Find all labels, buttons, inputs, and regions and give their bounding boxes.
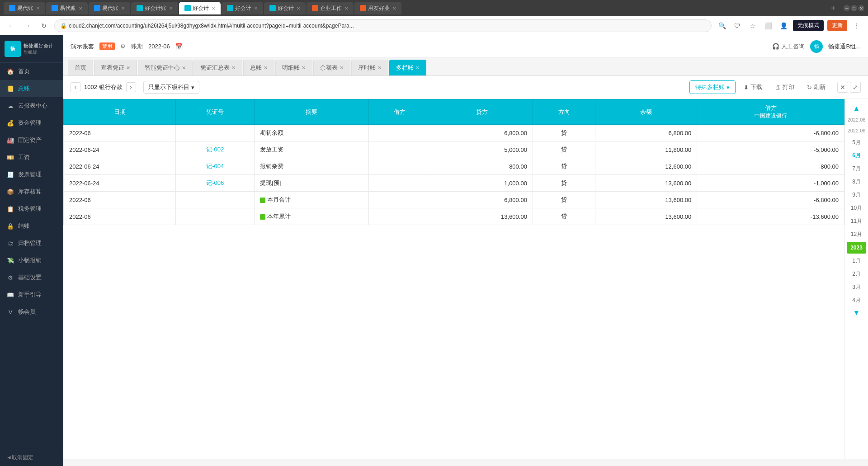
horizontal-scrollbar[interactable] xyxy=(63,459,868,466)
window-close-button[interactable]: ✕ xyxy=(858,5,864,11)
time-item-2022-06-2[interactable]: 2022.06 xyxy=(845,125,868,136)
expand-panel-button[interactable]: ⤢ xyxy=(850,82,861,93)
voucher-link-2[interactable]: 记-004 xyxy=(206,163,224,169)
stealth-mode-button[interactable]: 无痕模式 xyxy=(793,20,824,31)
filter-dropdown[interactable]: 只显示下级科目 ▾ xyxy=(143,81,199,94)
sidebar-item-invoice[interactable]: 🧾 发票管理 xyxy=(0,166,63,183)
settings-icon[interactable]: ⚙ xyxy=(120,43,126,50)
sidebar-item-member[interactable]: V 畅会员 xyxy=(0,303,63,320)
browser-tab-4[interactable]: 好会计账 ✕ xyxy=(131,2,178,14)
tab-close-7[interactable]: ✕ xyxy=(297,6,300,11)
multi-col-button[interactable]: 特殊多栏账 ▾ xyxy=(689,80,736,94)
page-tab-close-6[interactable]: ✕ xyxy=(340,65,344,71)
browser-tab-7[interactable]: 好会计 ✕ xyxy=(264,2,306,14)
sidebar-item-inventory[interactable]: 📦 库存核算 xyxy=(0,183,63,200)
page-tab-4[interactable]: 总账 ✕ xyxy=(243,60,274,75)
menu-dots-button[interactable]: ⋮ xyxy=(851,20,863,32)
sidebar-item-guide[interactable]: 📖 新手引导 xyxy=(0,286,63,303)
time-item-aug[interactable]: 8月 xyxy=(845,175,868,188)
page-tab-close-5[interactable]: ✕ xyxy=(302,65,306,71)
window-minimize-button[interactable]: ─ xyxy=(844,5,850,11)
download-button[interactable]: ⬇ 下载 xyxy=(739,81,767,94)
voucher-link-1[interactable]: 记-002 xyxy=(206,146,224,153)
tab-close-3[interactable]: ✕ xyxy=(121,6,125,11)
collapse-panel-button[interactable]: ✕ xyxy=(837,82,848,93)
browser-tab-9[interactable]: 用友好业 ✕ xyxy=(354,2,401,14)
sidebar-item-report[interactable]: ☁ 云报表中心 xyxy=(0,97,63,114)
time-item-july[interactable]: 7月 xyxy=(845,162,868,175)
tab-close-4[interactable]: ✕ xyxy=(169,6,173,11)
time-item-2022-06-1[interactable]: 2022.06 xyxy=(845,114,868,125)
sidebar-item-home[interactable]: 🏠 首页 xyxy=(0,63,63,80)
time-item-jan-2023[interactable]: 1月 xyxy=(845,254,868,268)
page-tab-close-8[interactable]: ✕ xyxy=(415,65,420,71)
tab-close-1[interactable]: ✕ xyxy=(36,6,40,11)
page-tab-2[interactable]: 智能凭证中心 ✕ xyxy=(138,60,193,75)
page-tab-close-2[interactable]: ✕ xyxy=(182,65,186,71)
sidebar-item-archive[interactable]: 🗂 归档管理 xyxy=(0,235,63,252)
tab-close-9[interactable]: ✕ xyxy=(392,6,396,11)
sidebar-item-tax[interactable]: 📋 税务管理 xyxy=(0,200,63,217)
time-item-nov[interactable]: 11月 xyxy=(845,215,868,228)
page-tab-close-1[interactable]: ✕ xyxy=(126,65,130,71)
sidebar-item-fund[interactable]: 💰 资金管理 xyxy=(0,114,63,132)
browser-tab-5[interactable]: 好会计 ✕ xyxy=(179,2,221,14)
time-item-apr-2023[interactable]: 4月 xyxy=(845,294,868,307)
voucher-link-3[interactable]: 记-006 xyxy=(206,179,224,186)
page-tab-0[interactable]: 首页 xyxy=(68,60,93,75)
nav-prev-button[interactable]: ‹ xyxy=(71,82,80,92)
time-item-oct[interactable]: 10月 xyxy=(845,202,868,215)
cell-voucher-1[interactable]: 记-002 xyxy=(176,141,255,158)
tab-close-5[interactable]: ✕ xyxy=(212,6,215,11)
sidebar-item-asset[interactable]: 🏭 固定资产 xyxy=(0,132,63,149)
window-maximize-button[interactable]: □ xyxy=(851,5,857,11)
tab-add-button[interactable]: + xyxy=(827,4,839,13)
update-button[interactable]: 更新 xyxy=(827,20,847,31)
nav-forward-button[interactable]: → xyxy=(22,20,33,32)
page-tab-3[interactable]: 凭证汇总表 ✕ xyxy=(193,60,242,75)
time-item-feb-2023[interactable]: 2月 xyxy=(845,268,868,281)
time-item-sep[interactable]: 9月 xyxy=(845,188,868,202)
time-item-dec[interactable]: 12月 xyxy=(845,228,868,241)
nav-back-button[interactable]: ← xyxy=(5,20,17,32)
page-tab-close-4[interactable]: ✕ xyxy=(264,65,268,71)
page-tab-7[interactable]: 序时账 ✕ xyxy=(351,60,388,75)
cell-voucher-2[interactable]: 记-004 xyxy=(176,158,255,175)
page-tab-8[interactable]: 多栏账 ✕ xyxy=(389,60,426,75)
sidebar-footer[interactable]: ◄取消固定 xyxy=(0,449,63,466)
star-icon[interactable]: ☆ xyxy=(747,20,759,32)
cast-icon[interactable]: ⬜ xyxy=(762,20,774,32)
page-tab-close-7[interactable]: ✕ xyxy=(377,65,382,71)
scroll-down-button[interactable]: ▼ xyxy=(851,307,862,319)
shield-icon[interactable]: 🛡 xyxy=(731,20,743,32)
tab-close-6[interactable]: ✕ xyxy=(254,6,258,11)
page-tab-1[interactable]: 查看凭证 ✕ xyxy=(94,60,137,75)
time-item-june[interactable]: 6月 xyxy=(845,149,868,162)
page-tab-6[interactable]: 余额表 ✕ xyxy=(313,60,350,75)
page-tab-5[interactable]: 明细账 ✕ xyxy=(275,60,312,75)
print-button[interactable]: 🖨 打印 xyxy=(770,81,799,94)
search-icon[interactable]: 🔍 xyxy=(716,20,728,32)
browser-tab-3[interactable]: 易代账 ✕ xyxy=(89,2,130,14)
profile-icon[interactable]: 👤 xyxy=(778,20,789,32)
sidebar-item-salary[interactable]: 💴 工资 xyxy=(0,149,63,166)
tab-close-8[interactable]: ✕ xyxy=(344,6,348,11)
refresh-button[interactable]: ↻ 刷新 xyxy=(802,81,830,94)
sidebar-item-expense[interactable]: 💸 小畅报销 xyxy=(0,252,63,269)
nav-next-button[interactable]: › xyxy=(126,82,136,92)
tab-close-2[interactable]: ✕ xyxy=(79,6,82,11)
consult-button[interactable]: 🎧 人工咨询 xyxy=(772,42,805,51)
browser-tab-2[interactable]: 易代账 ✕ xyxy=(46,2,88,14)
browser-tab-6[interactable]: 好会计 ✕ xyxy=(222,2,263,14)
sidebar-item-close[interactable]: 🔒 结账 xyxy=(0,217,63,235)
browser-tab-1[interactable]: 易代账 ✕ xyxy=(4,2,45,14)
sidebar-item-ledger[interactable]: 📒 总账 xyxy=(0,80,63,97)
browser-tab-8[interactable]: 企业工作 ✕ xyxy=(307,2,354,14)
cell-voucher-3[interactable]: 记-006 xyxy=(176,175,255,192)
calendar-icon[interactable]: 📅 xyxy=(175,43,183,50)
sidebar-item-settings[interactable]: ⚙ 基础设置 xyxy=(0,269,63,286)
time-item-may[interactable]: 5月 xyxy=(845,136,868,149)
nav-refresh-button[interactable]: ↻ xyxy=(38,20,50,32)
page-tab-close-3[interactable]: ✕ xyxy=(231,65,236,71)
time-item-mar-2023[interactable]: 3月 xyxy=(845,281,868,294)
